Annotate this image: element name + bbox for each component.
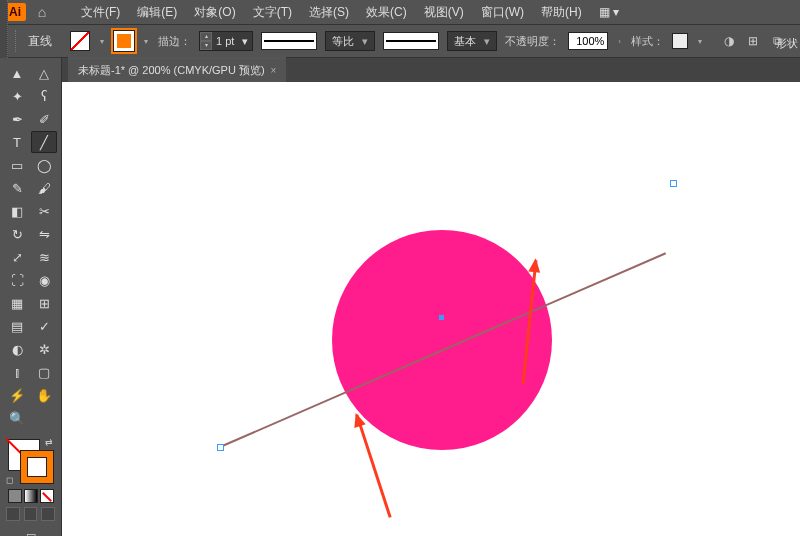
left-grab-handle[interactable] bbox=[0, 0, 8, 58]
profile-dropdown[interactable]: 等比▾ bbox=[325, 31, 375, 51]
shape-label[interactable]: 形状 bbox=[776, 36, 798, 51]
opacity-chevron-icon[interactable]: › bbox=[616, 37, 623, 46]
draw-behind-icon[interactable] bbox=[24, 507, 38, 521]
menu-window[interactable]: 窗口(W) bbox=[473, 1, 532, 24]
rectangle-tool[interactable]: ▭ bbox=[4, 154, 30, 176]
fill-stroke-control[interactable]: ⇄ ◻ bbox=[6, 437, 55, 485]
default-fill-stroke-icon[interactable]: ◻ bbox=[6, 475, 13, 485]
blob-brush-tool[interactable]: 🖌 bbox=[31, 177, 57, 199]
style-chevron-icon[interactable]: ▾ bbox=[696, 37, 704, 46]
ellipse-shape[interactable] bbox=[332, 230, 552, 450]
width-tool[interactable]: ≋ bbox=[31, 246, 57, 268]
tools-panel: ▲△✦ʕ✒✐T╱▭◯✎🖌◧✂↻⇋⤢≋⛶◉▦⊞▤✓◐✲⫿▢⚡✋🔍 ⇄ ◻ ▭ ⋯ bbox=[0, 58, 62, 536]
menu-arrange-icon[interactable]: ▦ ▾ bbox=[591, 2, 627, 22]
blend-tool[interactable]: ◐ bbox=[4, 338, 30, 360]
recolor-icon[interactable]: ◑ bbox=[720, 32, 738, 50]
profile-preview[interactable] bbox=[261, 32, 317, 50]
brush-dropdown[interactable]: 基本▾ bbox=[447, 31, 497, 51]
selection-tool[interactable]: ▲ bbox=[4, 62, 30, 84]
draw-inside-icon[interactable] bbox=[41, 507, 55, 521]
close-tab-icon[interactable]: × bbox=[271, 65, 277, 76]
stroke-color-swatch[interactable] bbox=[21, 451, 53, 483]
document-tab[interactable]: 未标题-1* @ 200% (CMYK/GPU 预览) × bbox=[68, 57, 286, 82]
canvas[interactable] bbox=[62, 82, 800, 536]
rotate-tool[interactable]: ↻ bbox=[4, 223, 30, 245]
align-icon[interactable]: ⊞ bbox=[744, 32, 762, 50]
document-tab-bar: 未标题-1* @ 200% (CMYK/GPU 预览) × bbox=[0, 58, 800, 82]
stroke-weight-input[interactable]: ▴▾ 1 pt ▾ bbox=[199, 31, 253, 51]
symbol-sprayer-tool[interactable]: ✲ bbox=[31, 338, 57, 360]
perspective-tool[interactable]: ▦ bbox=[4, 292, 30, 314]
screen-mode-button[interactable]: ▭ bbox=[19, 525, 43, 536]
stroke-swatch[interactable] bbox=[114, 31, 134, 51]
artboard-tool[interactable]: ▢ bbox=[31, 361, 57, 383]
slice-tool[interactable]: ⚡ bbox=[4, 384, 30, 406]
line-endpoint-handle[interactable] bbox=[670, 180, 677, 187]
direct-selection-tool[interactable]: △ bbox=[31, 62, 57, 84]
stroke-dropdown-icon[interactable]: ▾ bbox=[142, 37, 150, 46]
stroke-down-icon[interactable]: ▾ bbox=[200, 41, 212, 50]
line-endpoint-handle[interactable] bbox=[217, 444, 224, 451]
menu-type[interactable]: 文字(T) bbox=[245, 1, 300, 24]
gradient-tool[interactable]: ▤ bbox=[4, 315, 30, 337]
eraser-tool[interactable]: ◧ bbox=[4, 200, 30, 222]
paintbrush-tool[interactable]: ✎ bbox=[4, 177, 30, 199]
fill-dropdown-icon[interactable]: ▾ bbox=[98, 37, 106, 46]
opacity-label: 不透明度： bbox=[505, 34, 560, 49]
reflect-tool[interactable]: ⇋ bbox=[31, 223, 57, 245]
menu-file[interactable]: 文件(F) bbox=[73, 1, 128, 24]
scissors-tool[interactable]: ✂ bbox=[31, 200, 57, 222]
style-label: 样式： bbox=[631, 34, 664, 49]
menu-bar: Ai ⌂ 文件(F) 编辑(E) 对象(O) 文字(T) 选择(S) 效果(C)… bbox=[0, 0, 800, 24]
color-mode-row bbox=[6, 489, 55, 503]
draw-normal-icon[interactable] bbox=[6, 507, 20, 521]
style-swatch[interactable] bbox=[672, 33, 688, 49]
color-mode-solid[interactable] bbox=[8, 489, 22, 503]
free-transform-tool[interactable]: ⛶ bbox=[4, 269, 30, 291]
menu-object[interactable]: 对象(O) bbox=[186, 1, 243, 24]
menu-view[interactable]: 视图(V) bbox=[416, 1, 472, 24]
hand-tool[interactable]: ✋ bbox=[31, 384, 57, 406]
line-tool[interactable]: ╱ bbox=[31, 131, 57, 153]
lasso-tool[interactable]: ʕ bbox=[31, 85, 57, 107]
menu-edit[interactable]: 编辑(E) bbox=[129, 1, 185, 24]
menu-select[interactable]: 选择(S) bbox=[301, 1, 357, 24]
tool-name-label: 直线 bbox=[28, 33, 52, 50]
scale-tool[interactable]: ⤢ bbox=[4, 246, 30, 268]
fill-swatch[interactable] bbox=[70, 31, 90, 51]
menu-effect[interactable]: 效果(C) bbox=[358, 1, 415, 24]
line-center-point[interactable] bbox=[439, 315, 444, 320]
eyedropper-tool[interactable]: ✓ bbox=[31, 315, 57, 337]
shape-builder-tool[interactable]: ◉ bbox=[31, 269, 57, 291]
stroke-label: 描边： bbox=[158, 34, 191, 49]
mesh-tool[interactable]: ⊞ bbox=[31, 292, 57, 314]
brush-preview[interactable] bbox=[383, 32, 439, 50]
curvature-tool[interactable]: ✐ bbox=[31, 108, 57, 130]
screen-mode-row bbox=[6, 507, 55, 521]
menu-help[interactable]: 帮助(H) bbox=[533, 1, 590, 24]
pen-tool[interactable]: ✒ bbox=[4, 108, 30, 130]
zoom-tool[interactable]: 🔍 bbox=[4, 407, 30, 429]
type-tool[interactable]: T bbox=[4, 131, 30, 153]
options-grip[interactable] bbox=[10, 30, 16, 52]
color-mode-none[interactable] bbox=[40, 489, 54, 503]
ellipse-tool[interactable]: ◯ bbox=[31, 154, 57, 176]
magic-wand-tool[interactable]: ✦ bbox=[4, 85, 30, 107]
column-graph-tool[interactable]: ⫿ bbox=[4, 361, 30, 383]
home-icon[interactable]: ⌂ bbox=[31, 3, 53, 21]
color-mode-gradient[interactable] bbox=[24, 489, 38, 503]
document-tab-title: 未标题-1* @ 200% (CMYK/GPU 预览) bbox=[78, 63, 265, 78]
options-bar: 直线 ▾ ▾ 描边： ▴▾ 1 pt ▾ 等比▾ 基本▾ 不透明度： 100% … bbox=[0, 24, 800, 58]
stroke-up-icon[interactable]: ▴ bbox=[200, 32, 212, 41]
empty-slot bbox=[31, 407, 57, 429]
swap-fill-stroke-icon[interactable]: ⇄ bbox=[45, 437, 53, 447]
opacity-input[interactable]: 100% bbox=[568, 32, 608, 50]
